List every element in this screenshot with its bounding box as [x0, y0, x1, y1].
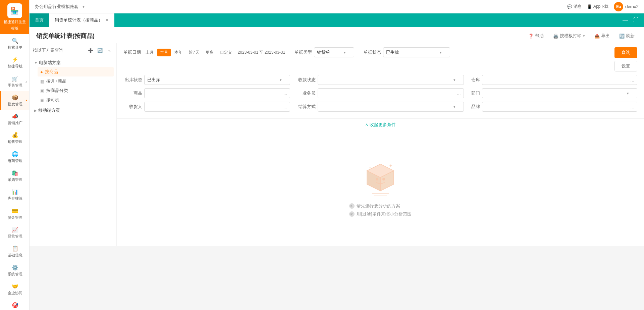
date-tab-last-month[interactable]: 上月 [143, 49, 156, 56]
tab-home[interactable]: 首页 [30, 13, 49, 27]
left-panel-title: 按以下方案查询 [33, 47, 85, 53]
sidebar-item-inventory[interactable]: 📊 库存核算 [0, 185, 29, 204]
goods-dots-button[interactable]: ... [282, 91, 289, 96]
search-icon: 🔍 [12, 38, 18, 44]
payment-method-select[interactable]: ▾ [318, 102, 464, 112]
tabbar: 首页 销货单统计表（按商品） ✕ — ⛶ [30, 13, 644, 27]
salesman-input[interactable]: ... [318, 88, 464, 98]
purchase-icon: 🛍️ [12, 170, 18, 176]
topbar-right: 💬 消息 📱 App下载 Ea demo2 [567, 2, 639, 11]
sidebar-item-purchase[interactable]: 🛍️ 采购管理 [0, 166, 29, 185]
sidebar-item-inventory-label: 库存核算 [8, 196, 22, 201]
print-button[interactable]: 🖨️ 按模板打印 ▾ [550, 32, 588, 40]
tree-child-by-category-label: 按商品分类 [46, 88, 68, 94]
sidebar-item-marketing[interactable]: 📣 营销推广 [0, 110, 29, 128]
goods-input[interactable]: ... [144, 88, 290, 98]
tab-maximize-button[interactable]: ⛶ [632, 16, 640, 24]
tip-1-num: ① [349, 203, 355, 209]
brand-dots-button[interactable]: ... [629, 104, 636, 109]
brand-input[interactable]: ... [482, 102, 637, 112]
warehouse-dots-button[interactable]: ... [629, 77, 636, 83]
sidebar-item-basic-label: 基础信息 [8, 253, 22, 257]
date-tab-custom[interactable]: 自定义 [217, 49, 235, 56]
refresh-button[interactable]: 🔄 刷新 [616, 32, 637, 40]
tree-expand-icon-pc: ▼ [34, 61, 38, 65]
print-icon: 🖨️ [553, 34, 558, 39]
settings-button[interactable]: 设置 [614, 61, 637, 71]
sidebar-item-wholesale[interactable]: 📦 批发管理 ▲ [0, 91, 29, 110]
collapse-button[interactable]: ∧ 收起更多条件 [117, 119, 644, 131]
category-scheme-icon: ▣ [40, 88, 44, 93]
date-tab-this-year[interactable]: 本年 [172, 49, 185, 56]
type-select[interactable]: 销货单 ▾ [314, 47, 354, 57]
empty-tip-1: ① 请先选择要分析的方案 [349, 203, 411, 209]
collapse-panel-button[interactable]: « [106, 47, 113, 54]
sidebar-item-operation[interactable]: 📈 经营管理 [0, 223, 29, 242]
salesman-dots-button[interactable]: ... [455, 91, 462, 96]
tab-close-icon[interactable]: ✕ [105, 18, 109, 22]
sidebar-item-finance[interactable]: 💳 资金管理 [0, 204, 29, 223]
sidebar-item-quick-nav[interactable]: ⚡ 快捷导航 [0, 53, 29, 72]
edit-scheme-button[interactable]: 🔄 [96, 47, 104, 54]
date-tab-more[interactable]: 更多 [203, 49, 216, 56]
tree-parent-mobile[interactable]: ▶ 移动端方案 [32, 106, 114, 115]
sidebar-item-search[interactable]: 🔍 搜索菜单 [0, 34, 29, 53]
sidebar-item-basic[interactable]: 📋 基础信息 [0, 242, 29, 261]
date-tab-7days[interactable]: 近7天 [186, 49, 202, 56]
refresh-icon: 🔄 [619, 34, 625, 39]
tabbar-actions: — ⛶ [621, 16, 644, 24]
sidebar-item-enterprise[interactable]: 🤝 企业协同 [0, 280, 29, 299]
guide-icon: 🎯 [12, 302, 18, 308]
app-logo[interactable]: 🏪 畅捷通好生意 标版 [0, 0, 29, 34]
retail-icon: 🛒 [12, 75, 18, 82]
tab-minimize-button[interactable]: — [621, 16, 629, 24]
tree-child-by-goods[interactable]: ● 按商品 [38, 67, 114, 76]
refresh-label: 刷新 [626, 33, 635, 39]
filter-area: 单据日期 上月 本月 本年 近7天 更多 自定义 2023-03-01 至 20… [117, 43, 644, 119]
tab-sales-stat[interactable]: 销货单统计表（按商品） ✕ [49, 13, 114, 27]
receiver-dots-button[interactable]: ... [282, 104, 289, 109]
topbar: 办公用品行业模拟账套 ▾ 💬 消息 📱 App下载 Ea demo2 [30, 0, 644, 13]
tree-parent-pc-label: 电脑端方案 [39, 60, 61, 66]
sidebar-item-system[interactable]: ⚙️ 系统管理 [0, 261, 29, 280]
left-panel: 按以下方案查询 ➕ 🔄 « ▼ 电脑端方案 ● [30, 43, 117, 246]
tree-child-by-month-goods-label: 按月+商品 [46, 78, 66, 84]
sidebar-item-ecommerce[interactable]: 🌐 电商管理 [0, 148, 29, 166]
tree-parent-pc[interactable]: ▼ 电脑端方案 [32, 58, 114, 67]
sidebar-item-wholesale-label: 批发管理 [8, 102, 22, 106]
sidebar-item-guide[interactable]: 🎯 新手引导 [0, 299, 29, 310]
message-label: 消息 [574, 4, 582, 9]
sidebar-item-sales[interactable]: 💰 销售管理 [0, 128, 29, 147]
sidebar-item-retail[interactable]: 🛒 零售管理 ▲ [0, 72, 29, 91]
marketing-icon: 📣 [12, 113, 18, 119]
receiver-input[interactable]: ... [144, 102, 290, 112]
out-stock-select[interactable]: 已出库 ▾ [144, 75, 290, 85]
out-stock-value: 已出库 [147, 77, 160, 83]
payment-status-select[interactable]: ▾ [318, 75, 464, 85]
date-range: 2023-03-01 至 2023-03-31 [238, 50, 285, 55]
query-button[interactable]: 查询 [614, 47, 637, 58]
payment-method-label: 结算方式 [297, 104, 316, 110]
tree-child-by-month-goods[interactable]: ▦ 按月+商品 [38, 76, 114, 86]
doc-status-select[interactable]: 已生效 ▾ [383, 47, 450, 57]
export-label: 导出 [601, 33, 610, 39]
tree-child-by-category[interactable]: ▣ 按商品分类 [38, 86, 114, 95]
app-download-button[interactable]: 📱 App下载 [587, 4, 608, 9]
type-label: 单据类型 [294, 49, 312, 55]
add-scheme-button[interactable]: ➕ [87, 47, 94, 54]
tree-child-by-driver[interactable]: ▣ 按司机 [38, 95, 114, 105]
mobile-icon: 📱 [587, 4, 592, 9]
dept-select[interactable]: ▾ [482, 88, 637, 98]
tip-2-text: 用[过滤]条件来缩小分析范围 [357, 211, 411, 217]
logo-icon: 🏪 [7, 3, 22, 18]
message-button[interactable]: 💬 消息 [567, 4, 582, 9]
message-icon: 💬 [567, 4, 572, 9]
help-button[interactable]: ❓ 帮助 [526, 32, 546, 40]
sidebar-item-finance-label: 资金管理 [8, 215, 22, 220]
export-button[interactable]: 📤 导出 [592, 32, 612, 40]
warehouse-input[interactable]: ... [482, 75, 637, 85]
payment-status-label: 收款状态 [297, 77, 316, 83]
help-icon: ❓ [528, 34, 534, 39]
user-menu[interactable]: Ea demo2 [614, 2, 639, 11]
date-tab-this-month[interactable]: 本月 [157, 49, 171, 56]
